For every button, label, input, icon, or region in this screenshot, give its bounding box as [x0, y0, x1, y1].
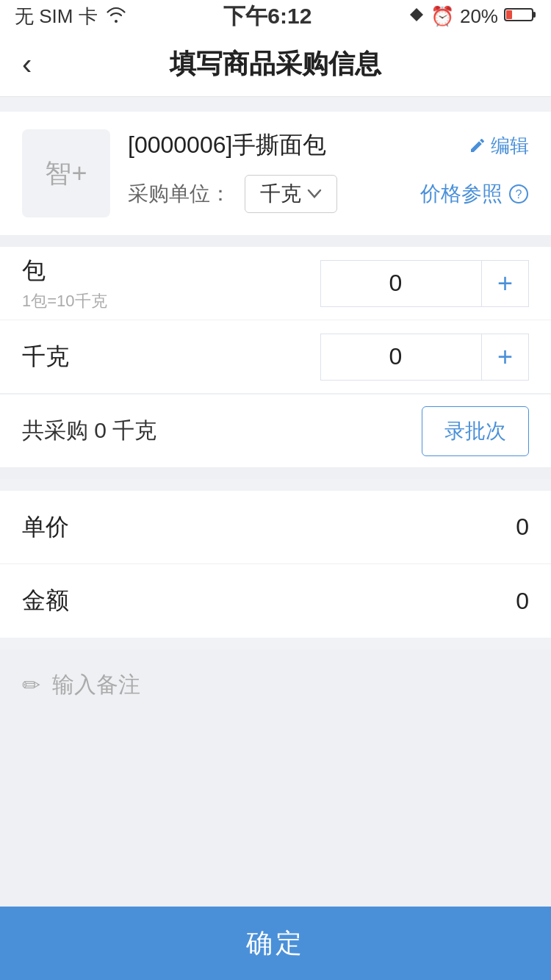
info-section: 单价 0 金额 0 [0, 491, 551, 638]
svg-rect-2 [506, 10, 512, 19]
unit-label: 采购单位： [128, 182, 231, 205]
alarm-icon: ⏰ [431, 5, 454, 28]
location-icon [408, 5, 425, 28]
product-image: 智+ [22, 129, 110, 217]
status-left: 无 SIM 卡 [15, 4, 127, 29]
status-right: ⏰ 20% [408, 5, 536, 28]
edit-label: 编辑 [491, 133, 529, 159]
status-bar: 无 SIM 卡 下午6:12 ⏰ 20% [0, 0, 551, 32]
package-input-row: 包 1包=10千克 + [0, 247, 551, 320]
package-qty-input[interactable] [320, 260, 482, 307]
amount-row: 金额 0 [0, 564, 551, 638]
kg-input-control: + [320, 334, 529, 381]
package-plus-button[interactable]: + [482, 260, 529, 307]
battery-percent: 20% [460, 5, 498, 28]
divider-2 [0, 467, 551, 479]
product-full-name: [0000006]手撕面包 [128, 129, 326, 162]
unit-select[interactable]: 千克 [245, 175, 337, 213]
page-title: 填写商品采购信息 [170, 46, 381, 82]
product-card: 智+ [0000006]手撕面包 编辑 采购单位： 千克 [0, 112, 551, 235]
confirm-label: 确定 [246, 926, 305, 962]
confirm-button[interactable]: 确定 [0, 907, 551, 980]
pencil-icon: ✏ [22, 672, 40, 698]
product-name-row: [0000006]手撕面包 编辑 [128, 129, 529, 162]
status-time: 下午6:12 [223, 1, 311, 32]
unit-row: 采购单位： 千克 价格参照 ? [128, 175, 529, 213]
input-section: 包 1包=10千克 + 千克 + [0, 247, 551, 394]
package-label: 包 1包=10千克 [22, 255, 107, 312]
batch-button[interactable]: 录批次 [422, 406, 529, 456]
kg-qty-input[interactable] [320, 334, 482, 381]
amount-label: 金额 [22, 585, 69, 617]
unit-value: 千克 [260, 180, 301, 208]
wifi-icon [105, 5, 127, 28]
price-ref-button[interactable]: 价格参照 ? [420, 180, 529, 208]
price-ref-label: 价格参照 [420, 180, 503, 208]
kg-input-row: 千克 + [0, 320, 551, 394]
svg-text:?: ? [516, 188, 522, 201]
note-section[interactable]: ✏ 输入备注 [0, 649, 551, 721]
note-placeholder: 输入备注 [52, 670, 140, 700]
chevron-down-icon [307, 189, 322, 199]
unit-container: 采购单位： 千克 [128, 175, 337, 213]
divider-1 [0, 235, 551, 247]
package-input-control: + [320, 260, 529, 307]
kg-label-main: 千克 [22, 341, 69, 373]
unit-price-row: 单价 0 [0, 491, 551, 564]
svg-rect-1 [533, 12, 536, 18]
battery-icon [504, 5, 536, 28]
unit-price-label: 单价 [22, 511, 69, 544]
summary-row: 共采购 0 千克 录批次 [0, 394, 551, 467]
kg-label: 千克 [22, 341, 69, 373]
unit-price-value: 0 [516, 514, 529, 541]
edit-button[interactable]: 编辑 [469, 133, 529, 159]
product-logo: 智+ [45, 156, 87, 192]
edit-icon [469, 137, 486, 154]
product-info: [0000006]手撕面包 编辑 采购单位： 千克 价格参照 [128, 129, 529, 213]
package-label-sub: 1包=10千克 [22, 290, 107, 312]
package-label-main: 包 [22, 255, 107, 287]
kg-plus-button[interactable]: + [482, 334, 529, 381]
info-icon: ? [508, 184, 529, 204]
summary-text: 共采购 0 千克 [22, 416, 156, 446]
back-button[interactable]: ‹ [22, 48, 32, 81]
amount-value: 0 [516, 588, 529, 615]
no-sim-text: 无 SIM 卡 [15, 4, 98, 29]
nav-bar: ‹ 填写商品采购信息 [0, 32, 551, 97]
